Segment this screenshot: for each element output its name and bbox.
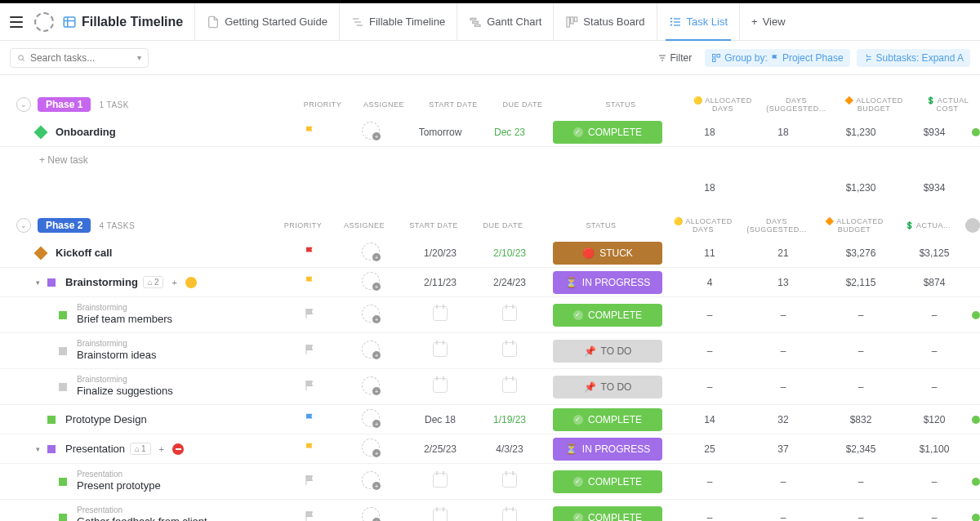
phase-badge[interactable]: Phase 1 xyxy=(38,97,91,112)
col-allocdays[interactable]: 🟡 ALLOCATED DAYS xyxy=(686,96,760,113)
flag-icon xyxy=(304,412,315,424)
collapse-button[interactable]: ⌄ xyxy=(16,218,31,233)
svg-rect-8 xyxy=(474,24,480,26)
task-row[interactable]: ▾ Brainstorming ⌂ 2 + 2/11/23 2/24/23 ⏳ … xyxy=(0,268,980,297)
task-name[interactable]: Brainstorm ideas xyxy=(77,349,157,363)
task-row[interactable]: ▾ Presentation ⌂ 1 + 2/25/23 4/3/23 ⏳ IN… xyxy=(0,434,980,464)
settings-icon[interactable] xyxy=(965,218,980,233)
chevron-down-icon[interactable]: ▾ xyxy=(137,53,141,62)
task-row[interactable]: Onboarding Tomorrow Dec 23 ✓COMPLETE 18 … xyxy=(0,118,980,147)
subtask-row[interactable]: PresentationGather feedback from client … xyxy=(0,500,980,521)
svg-line-16 xyxy=(23,59,24,60)
subtask-count-pill[interactable]: ⌂ 1 xyxy=(130,443,151,455)
subtask-row[interactable]: BrainstormingBrief team members ✓COMPLET… xyxy=(0,297,980,333)
page-title: Fillable Timeline xyxy=(82,15,183,29)
svg-rect-22 xyxy=(713,59,716,62)
search-icon xyxy=(17,53,25,63)
cost-cell[interactable]: $934 xyxy=(902,127,967,138)
tab-getting-started[interactable]: Getting Started Guide xyxy=(194,3,339,40)
group-phase-2: ⌄ Phase 2 4 TASKS PRIORITY ASSIGNEE STAR… xyxy=(0,212,980,521)
list-icon xyxy=(62,15,77,29)
calendar-icon xyxy=(433,473,448,488)
calendar-icon xyxy=(502,378,517,393)
status-cell[interactable]: ✓COMPLETE xyxy=(542,121,673,144)
task-name[interactable]: Brief team members xyxy=(77,313,172,327)
tab-task-list[interactable]: Task List xyxy=(657,3,740,40)
task-content: ⌄ Phase 1 1 TASK PRIORITY ASSIGNEE START… xyxy=(0,75,980,521)
groupby-button[interactable]: Group by: Project Phase xyxy=(705,49,849,67)
avatar-empty-icon xyxy=(362,439,380,456)
task-name[interactable]: Onboarding xyxy=(56,126,116,138)
group-icon xyxy=(711,53,721,63)
subtask-icon xyxy=(863,53,873,63)
col-budget[interactable]: 🔶 ALLOCATED BUDGET xyxy=(833,96,915,113)
task-name[interactable]: Prototype Design xyxy=(65,413,147,425)
avatar-empty-icon xyxy=(362,507,380,521)
sum-allocdays: 18 xyxy=(673,182,746,194)
suggdays-cell[interactable]: 18 xyxy=(746,127,820,138)
collapse-button[interactable]: ⌄ xyxy=(16,97,31,112)
col-start[interactable]: START DATE xyxy=(416,100,490,109)
subtask-row[interactable]: PresentationPresent prototype ✓COMPLETE … xyxy=(0,464,980,500)
gantt-icon xyxy=(469,16,482,29)
search-box[interactable]: ▾ xyxy=(10,48,149,68)
col-due[interactable]: DUE DATE xyxy=(490,100,555,109)
add-subtask-icon[interactable]: + xyxy=(156,444,167,454)
edge-indicator-icon xyxy=(972,478,980,486)
svg-rect-11 xyxy=(575,17,577,21)
flag-icon xyxy=(304,510,315,521)
status-square-icon xyxy=(59,514,67,522)
phase-badge[interactable]: Phase 2 xyxy=(38,218,91,233)
hamburger-menu-icon[interactable] xyxy=(7,12,26,32)
col-suggdays[interactable]: DAYS (SUGGESTED... xyxy=(760,96,833,113)
task-name[interactable]: Presentation xyxy=(65,443,125,455)
col-status[interactable]: STATUS xyxy=(555,100,686,109)
svg-rect-7 xyxy=(473,21,479,23)
topbar: Fillable Timeline Getting Started Guide … xyxy=(0,3,980,41)
subtask-count-pill[interactable]: ⌂ 2 xyxy=(143,276,164,288)
tab-status-board[interactable]: Status Board xyxy=(553,3,656,40)
task-name[interactable]: Present prototype xyxy=(77,479,161,493)
task-name[interactable]: Kickoff call xyxy=(56,247,112,259)
allocdays-cell[interactable]: 18 xyxy=(673,127,746,138)
task-name[interactable]: Finalize suggestions xyxy=(77,385,173,399)
search-input[interactable] xyxy=(30,52,132,64)
board-icon xyxy=(565,16,578,29)
subtasks-button[interactable]: Subtasks: Expand A xyxy=(857,49,970,67)
avatar-empty-icon xyxy=(362,305,380,323)
flag-icon xyxy=(304,275,315,287)
avatar-empty-icon xyxy=(362,243,380,260)
tab-fillable-timeline[interactable]: Fillable Timeline xyxy=(339,3,457,40)
col-priority[interactable]: PRIORITY xyxy=(294,100,351,109)
status-square-icon xyxy=(59,347,67,355)
subtask-row[interactable]: BrainstormingFinalize suggestions 📌 TO D… xyxy=(0,369,980,405)
col-cost[interactable]: 💲 ACTUAL COST xyxy=(915,96,980,113)
task-row[interactable]: Kickoff call 1/20/23 2/10/23 🛑 STUCK 11 … xyxy=(0,238,980,268)
task-name[interactable]: Gather feedback from client xyxy=(77,515,207,521)
subtask-row[interactable]: BrainstormingBrainstorm ideas 📌 TO DO ––… xyxy=(0,333,980,369)
expand-caret-icon[interactable]: ▾ xyxy=(36,445,44,453)
expand-caret-icon[interactable]: ▾ xyxy=(36,278,44,287)
add-subtask-icon[interactable]: + xyxy=(168,278,180,287)
status-square-icon xyxy=(59,478,67,486)
due-date-cell[interactable]: Dec 23 xyxy=(477,127,542,138)
sum-cost: $934 xyxy=(902,182,967,194)
avatar-empty-icon xyxy=(362,376,380,394)
filter-button[interactable]: Filter xyxy=(651,49,699,67)
tab-gantt-chart[interactable]: Gantt Chart xyxy=(457,3,553,40)
status-square-icon xyxy=(47,416,56,424)
assignee-cell[interactable] xyxy=(338,122,403,142)
new-task-button[interactable]: + New task xyxy=(0,147,980,173)
status-square-icon xyxy=(47,445,56,453)
budget-cell[interactable]: $1,230 xyxy=(820,127,902,138)
task-row[interactable]: Prototype Design Dec 18 1/19/23 ✓COMPLET… xyxy=(0,405,980,434)
flag-icon xyxy=(304,308,315,319)
group-header: ⌄ Phase 1 1 TASK PRIORITY ASSIGNEE START… xyxy=(0,91,980,118)
task-name[interactable]: Brainstorming xyxy=(65,276,138,288)
avatar-empty-icon xyxy=(362,471,380,489)
flag-icon xyxy=(304,246,315,257)
col-assignee[interactable]: ASSIGNEE xyxy=(351,100,416,109)
start-date-cell[interactable]: Tomorrow xyxy=(403,127,477,138)
tab-add-view[interactable]: + View xyxy=(739,3,797,40)
priority-cell[interactable] xyxy=(281,125,338,139)
